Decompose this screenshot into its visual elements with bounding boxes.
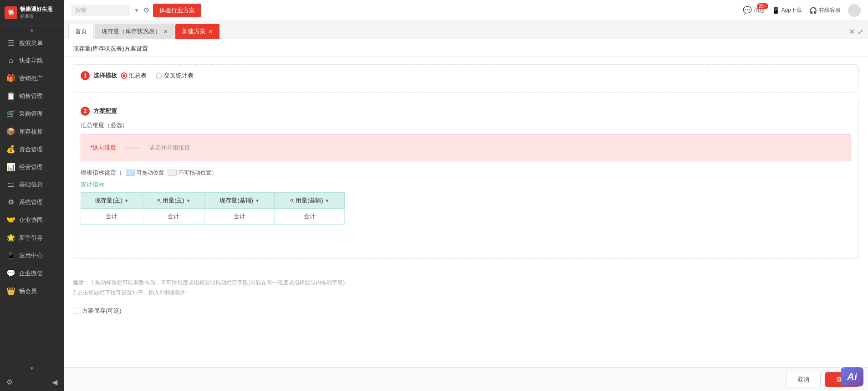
radio-cross-circle [156, 72, 162, 79]
cell-2: 合计 [204, 209, 275, 225]
user-avatar[interactable] [848, 4, 861, 17]
tips-prefix: 提示： 1.拖动标题栏可以调整布局，不可跨维度或指标区域拖动栏目字段(只能在同一… [73, 278, 859, 288]
col-chevron-3[interactable]: ▼ [325, 198, 330, 203]
sidebar-nav: ☰ 搜索菜单 ⌂ 快捷导航 🎁 营销推广 📋 销售管理 🛒 采购管理 📦 库存核… [0, 34, 64, 364]
col-header-2[interactable]: 现存量(基辅) ▼ [204, 193, 275, 209]
dim-dash: —— [125, 144, 140, 152]
sidebar-item-guide[interactable]: 🌟 新手引导 [0, 229, 64, 247]
col-chevron-2[interactable]: ▼ [255, 198, 260, 203]
online-service-button[interactable]: 🎧 在线客服 [809, 6, 841, 14]
headset-icon: 🎧 [809, 7, 817, 14]
basic-info-icon: 🗃 [6, 180, 15, 189]
non-draggable-legend-box [168, 170, 177, 176]
tabbar: 首页 现存量（库存状况表） ✕ 新建方案 ✕ ✕ ⤢ [64, 21, 868, 39]
sidebar-item-system[interactable]: ⚙ 系统管理 [0, 193, 64, 211]
sidebar-footer: ⚙ ◀ [0, 373, 64, 391]
stats-section-title: 统计指标 [81, 180, 851, 189]
collapse-icon[interactable]: ◀ [52, 378, 57, 386]
purchase-icon: 🛒 [6, 109, 15, 118]
sidebar-scroll-up[interactable]: ▲ [0, 26, 64, 34]
sidebar-item-sales[interactable]: 📋 销售管理 [0, 87, 64, 105]
tab-home[interactable]: 首页 [68, 24, 94, 39]
tab-new-plan[interactable]: 新建方案 ✕ [175, 24, 220, 39]
step1-header: 1 选择模板 汇总表 交叉统计表 [81, 71, 851, 80]
system-icon: ⚙ [6, 198, 15, 206]
sidebar-item-app-center[interactable]: 📱 应用中心 [0, 247, 64, 264]
template-radio-group: 汇总表 交叉统计表 [121, 72, 194, 80]
vertical-dim-label: *纵向维度 [90, 144, 116, 152]
draggable-legend-box [126, 170, 135, 176]
sidebar-item-operations[interactable]: 📊 经营管理 [0, 158, 64, 176]
sidebar-item-marketing[interactable]: 🎁 营销推广 [0, 69, 64, 87]
main-section: 1 选择模板 汇总表 交叉统计表 [64, 57, 868, 273]
topbar-chevron-icon[interactable]: ▼ [134, 7, 139, 14]
sidebar-item-wechat[interactable]: 💬 企业微信 [0, 264, 64, 282]
topbar-right: 💬 消息 99+ 📱 App下载 🎧 在线客服 [743, 4, 861, 17]
col-chevron-0[interactable]: ▼ [124, 198, 129, 203]
topbar: 搜索 ▼ ⚙ 体验行业方案 💬 消息 99+ 📱 App下载 🎧 在线客服 [64, 0, 868, 21]
search-menu-icon: ☰ [6, 39, 15, 47]
sales-icon: 📋 [6, 92, 15, 100]
sidebar-item-enterprise[interactable]: 🤝 企业协同 [0, 211, 64, 229]
sidebar-item-search-menu[interactable]: ☰ 搜索菜单 [0, 34, 64, 52]
step1-title: 选择模板 [93, 72, 117, 80]
tab-expand-btn[interactable]: ⤢ [858, 27, 863, 36]
marketing-icon: 🎁 [6, 74, 15, 82]
step2-header: 2 方案配置 [81, 107, 851, 116]
legend-non-draggable: 不可拖动位置） [168, 169, 217, 177]
sidebar: 畅 畅康通好生意 标准版 ▲ ☰ 搜索菜单 ⌂ 快捷导航 🎁 营销推广 📋 销售… [0, 0, 64, 391]
sidebar-item-quick-nav[interactable]: ⌂ 快捷导航 [0, 52, 64, 69]
member-icon: 👑 [6, 287, 15, 295]
save-checkbox[interactable] [73, 308, 79, 314]
tab-new-plan-close[interactable]: ✕ [209, 29, 213, 35]
sidebar-item-basic-info[interactable]: 🗃 基础信息 [0, 176, 64, 193]
industry-plan-button[interactable]: 体验行业方案 [153, 4, 201, 17]
sidebar-scroll-down[interactable]: ▼ [0, 364, 64, 373]
step1-number: 1 [81, 71, 90, 80]
cell-3: 合计 [275, 209, 345, 225]
tips-section: 提示： 1.拖动标题栏可以调整布局，不可跨维度或指标区域拖动栏目字段(只能在同一… [64, 273, 868, 302]
message-icon: 💬 [743, 6, 752, 15]
summary-dim-label: 汇总维度（必选） [81, 121, 851, 129]
settings-icon[interactable]: ⚙ [6, 378, 13, 386]
radio-summary[interactable]: 汇总表 [121, 72, 147, 80]
operations-icon: 📊 [6, 163, 15, 171]
topbar-left: 搜索 ▼ ⚙ 体验行业方案 [71, 4, 738, 17]
cancel-button[interactable]: 取消 [786, 372, 821, 387]
table-row: 合计 合计 合计 合计 [81, 209, 345, 225]
sidebar-item-inventory[interactable]: 📦 库存核算 [0, 123, 64, 140]
page-header: 现存量(库存状况表)方案设置 [64, 39, 868, 57]
sidebar-item-member[interactable]: 👑 畅会员 [0, 282, 64, 300]
radio-cross[interactable]: 交叉统计表 [156, 72, 194, 80]
message-badge: 99+ [757, 3, 768, 9]
message-button[interactable]: 💬 消息 99+ [743, 6, 765, 15]
save-label: 方案保存(可选) [82, 307, 122, 315]
tabbar-controls: ✕ ⤢ [849, 27, 863, 39]
dimension-row[interactable]: *纵向维度 —— 请选择分组维度 [81, 134, 851, 161]
topbar-gear-icon[interactable]: ⚙ [143, 6, 149, 15]
col-header-3[interactable]: 可用量(基辅) ▼ [275, 193, 345, 209]
step2-number: 2 [81, 107, 90, 116]
tab-inventory-status[interactable]: 现存量（库存状况表） ✕ [95, 24, 174, 39]
dim-placeholder: 请选择分组维度 [149, 144, 190, 152]
finance-icon: 💰 [6, 145, 15, 154]
sidebar-item-purchase[interactable]: 🛒 采购管理 [0, 105, 64, 123]
step1-block: 1 选择模板 汇总表 交叉统计表 [73, 64, 859, 93]
radio-summary-circle [121, 72, 127, 79]
footer-bar: 取消 查询 [64, 367, 868, 391]
search-display: 搜索 [71, 5, 130, 16]
tab-inventory-status-close[interactable]: ✕ [163, 29, 168, 35]
app-download-button[interactable]: 📱 App下载 [772, 6, 802, 14]
col-chevron-1[interactable]: ▼ [186, 198, 191, 203]
phone-icon: 📱 [772, 7, 780, 14]
stats-table: 现存量(主) ▼ 可用量(主) ▼ [81, 192, 345, 225]
step2-title: 方案配置 [93, 107, 117, 115]
sidebar-item-finance[interactable]: 💰 资金管理 [0, 140, 64, 158]
save-row: 方案保存(可选) [64, 302, 868, 319]
col-header-1[interactable]: 可用量(主) ▼ [143, 193, 204, 209]
ai-badge[interactable]: Ai [841, 367, 863, 386]
tab-close-window-btn[interactable]: ✕ [849, 27, 855, 36]
col-header-0[interactable]: 现存量(主) ▼ [81, 193, 143, 209]
legend-draggable: 可拖动位置 [126, 169, 164, 177]
tip1-text: 1.拖动标题栏可以调整布局，不可跨维度或指标区域拖动栏目字段(只能在同一维度或指… [91, 279, 345, 286]
